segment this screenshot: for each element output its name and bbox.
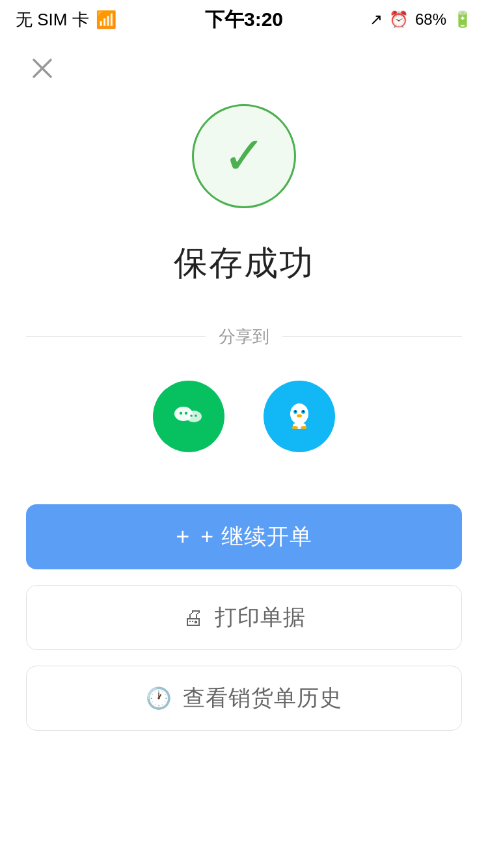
svg-point-14 [297, 414, 302, 418]
svg-point-3 [186, 411, 202, 422]
clock-icon: 🕐 [146, 686, 172, 711]
plus-icon: + [176, 523, 190, 550]
main-content: ✓ 保存成功 分享到 [0, 39, 488, 868]
wifi-icon: 📶 [96, 10, 116, 30]
svg-point-16 [301, 426, 307, 429]
svg-point-15 [291, 426, 298, 429]
battery-icon: 🔋 [453, 10, 472, 29]
alarm-icon: ⏰ [389, 10, 409, 29]
svg-point-5 [185, 412, 187, 414]
print-button[interactable]: 🖨 打印单据 [26, 585, 462, 650]
success-title: 保存成功 [174, 241, 314, 286]
divider-right [282, 336, 462, 337]
history-button[interactable]: 🕐 查看销货单历史 [26, 666, 462, 731]
close-button[interactable] [26, 52, 59, 85]
status-bar: 无 SIM 卡 📶 下午3:20 ↗ ⏰ 68% 🔋 [0, 0, 488, 39]
svg-point-13 [303, 411, 305, 413]
svg-point-7 [195, 414, 197, 417]
success-icon-circle: ✓ [192, 104, 296, 208]
status-time: 下午3:20 [205, 7, 283, 33]
printer-icon: 🖨 [183, 606, 204, 630]
wechat-share-button[interactable] [153, 381, 224, 452]
qq-share-button[interactable] [264, 381, 335, 452]
share-divider: 分享到 [26, 325, 462, 348]
divider-left [26, 336, 206, 337]
continue-button[interactable]: + + 继续开单 [26, 504, 462, 569]
svg-point-8 [290, 403, 308, 424]
no-sim-text: 无 SIM 卡 [16, 8, 89, 31]
svg-point-6 [190, 414, 193, 417]
status-right: ↗ ⏰ 68% 🔋 [370, 10, 472, 29]
checkmark-icon: ✓ [223, 130, 266, 182]
svg-point-4 [180, 412, 182, 414]
status-left: 无 SIM 卡 📶 [16, 8, 116, 31]
battery-text: 68% [415, 10, 446, 29]
location-icon: ↗ [370, 10, 383, 29]
continue-label: + 继续开单 [200, 522, 312, 552]
print-label: 打印单据 [215, 603, 306, 632]
history-label: 查看销货单历史 [183, 683, 342, 713]
share-label: 分享到 [219, 325, 269, 348]
action-buttons: + + 继续开单 🖨 打印单据 🕐 查看销货单历史 [26, 504, 462, 731]
share-row [153, 381, 335, 452]
svg-point-12 [295, 411, 297, 413]
